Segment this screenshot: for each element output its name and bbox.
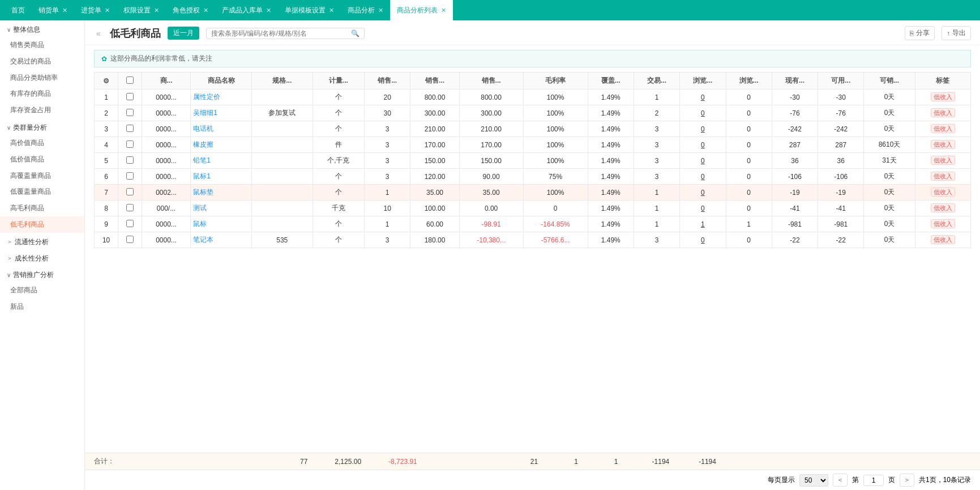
row-select-checkbox[interactable] [126,156,134,164]
next-page-btn[interactable]: ＞ [900,474,914,487]
per-page-select[interactable]: 50 100 200 [799,474,828,487]
sidebar-item-low-value[interactable]: 低价值商品 [0,151,84,168]
row-name[interactable]: 属性定价 [191,90,252,105]
row-select-checkbox[interactable] [126,204,134,211]
row-select-checkbox[interactable] [126,140,134,148]
row-checkbox[interactable] [118,105,142,121]
close-icon[interactable]: ✕ [378,0,383,20]
row-select-checkbox[interactable] [126,93,134,100]
row-traffic1[interactable]: 0 [680,105,726,121]
row-traffic1[interactable]: 0 [680,90,726,105]
close-icon[interactable]: ✕ [203,0,208,20]
row-checkbox[interactable] [118,185,142,201]
row-checkbox[interactable] [118,153,142,169]
col-coverage-header[interactable]: 交易... [634,73,679,90]
row-name[interactable]: 鼠标 [191,216,252,232]
row-traffic1[interactable]: 0 [680,201,726,216]
col-tag-header[interactable]: 标签 [915,73,970,90]
sidebar-section-liquidity[interactable]: ＞ 流通性分析 [0,233,84,249]
row-select-checkbox[interactable] [126,109,134,116]
row-select-checkbox[interactable] [126,172,134,180]
row-name[interactable]: 电话机 [191,121,252,137]
row-checkbox[interactable] [118,90,142,105]
row-name[interactable]: 鼠标垫 [191,185,252,201]
row-traffic1[interactable]: 0 [680,121,726,137]
col-gross-header[interactable]: 覆盖... [588,73,634,90]
row-name[interactable]: 橡皮擦 [191,137,252,153]
close-icon[interactable]: ✕ [266,0,271,20]
row-name[interactable]: 笔记本 [191,232,252,248]
export-button[interactable]: ↑ 导出 [942,26,971,40]
nav-product-analysis-list[interactable]: 商品分析列表 ✕ [390,0,453,20]
col-name-header[interactable]: 商品名称 [191,73,252,90]
sidebar-item-high-value[interactable]: 高价值商品 [0,135,84,151]
col-code-header[interactable]: 商... [142,73,190,90]
col-amount-header[interactable]: 销售... [459,73,523,90]
col-traffic1-header[interactable]: 浏览... [680,73,726,90]
row-name[interactable]: 测试 [191,201,252,216]
select-all-checkbox[interactable] [126,76,134,84]
col-stock-header[interactable]: 现有... [772,73,818,90]
nav-role[interactable]: 角色授权 ✕ [166,0,215,20]
sidebar-item-in-stock[interactable]: 有库存的商品 [0,86,84,102]
prev-page-btn[interactable]: ＜ [833,474,848,487]
row-traffic1[interactable]: 0 [680,232,726,248]
close-icon[interactable]: ✕ [441,0,446,20]
col-unit-header[interactable]: 计量... [313,73,364,90]
sidebar-item-sales-products[interactable]: 销售类商品 [0,37,84,53]
table-container[interactable]: ⚙ 商... 商品名称 规格... 计量... 销售... 销售... 销售..… [85,72,980,453]
search-icon[interactable]: 🔍 [351,29,360,37]
nav-permission[interactable]: 权限设置 ✕ [117,0,166,20]
row-traffic1[interactable]: 0 [680,185,726,201]
row-traffic1[interactable]: 0 [680,153,726,169]
page-number-input[interactable] [863,475,884,486]
row-select-checkbox[interactable] [126,236,134,243]
row-name[interactable]: 吴细细1 [191,105,252,121]
row-checkbox[interactable] [118,201,142,216]
row-select-checkbox[interactable] [126,188,134,195]
row-traffic1[interactable]: 0 [680,137,726,153]
row-select-checkbox[interactable] [126,220,134,227]
col-qty-header[interactable]: 销售... [365,73,410,90]
row-traffic1[interactable]: 0 [680,169,726,185]
close-icon[interactable]: ✕ [154,0,159,20]
sidebar-collapse-btn[interactable]: « [94,29,103,38]
row-select-checkbox[interactable] [126,125,134,132]
col-avail-header[interactable]: 可用... [818,73,864,90]
sidebar-item-category-rate[interactable]: 商品分类助销率 [0,70,84,86]
sidebar-section-growth[interactable]: ＞ 成长性分析 [0,249,84,266]
nav-purchase-order[interactable]: 进货单 ✕ [74,0,117,20]
col-margin-header[interactable]: 毛利率 [523,73,588,90]
filter-recent-month[interactable]: 近一月 [168,27,199,40]
row-checkbox[interactable] [118,121,142,137]
share-button[interactable]: ⎘ 分享 [905,26,935,40]
col-settings[interactable]: ⚙ [95,73,118,90]
nav-product-analysis[interactable]: 商品分析 ✕ [341,0,390,20]
search-input[interactable] [211,29,351,37]
sidebar-item-low-margin[interactable]: 低毛利商品 [0,216,84,233]
sidebar-item-traded[interactable]: 交易过的商品 [0,53,84,70]
row-checkbox[interactable] [118,232,142,248]
col-spec-header[interactable]: 规格... [251,73,313,90]
nav-home[interactable]: 首页 [5,0,32,20]
sidebar-item-high-margin[interactable]: 高毛利商品 [0,200,84,216]
sidebar-item-stock-capital[interactable]: 库存资金占用 [0,102,84,118]
sidebar-item-new-products[interactable]: 新品 [0,299,84,315]
row-name[interactable]: 铅笔1 [191,153,252,169]
sidebar-item-low-coverage[interactable]: 低覆盖量商品 [0,184,84,200]
close-icon[interactable]: ✕ [105,0,110,20]
close-icon[interactable]: ✕ [329,0,334,20]
col-days-header[interactable]: 可销... [864,73,915,90]
row-checkbox[interactable] [118,137,142,153]
row-checkbox[interactable] [118,216,142,232]
row-checkbox[interactable] [118,169,142,185]
col-traffic2-header[interactable]: 浏览... [726,73,772,90]
row-traffic1[interactable]: 1 [680,216,726,232]
col-price-header[interactable]: 销售... [410,73,459,90]
sidebar-section-marketing[interactable]: ∨ 营销推广分析 [0,266,84,282]
row-name[interactable]: 鼠标1 [191,169,252,185]
col-checkbox-header[interactable] [118,73,142,90]
close-icon[interactable]: ✕ [62,0,67,20]
sidebar-section-cluster[interactable]: ∨ 类群量分析 [0,118,84,135]
sidebar-item-all-products[interactable]: 全部商品 [0,282,84,299]
